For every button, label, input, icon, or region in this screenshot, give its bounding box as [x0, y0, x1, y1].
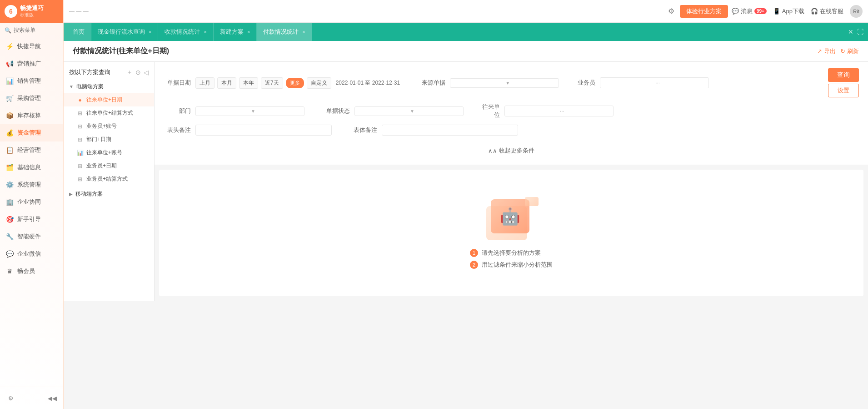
date-filter-controls: 上月 本月 本年 近7天 更多 自定义 2022-01-01 至 2022-12… [195, 77, 400, 89]
filter-row-2: 部门 ▼ 单据状态 ▼ 往来单位 ··· [164, 103, 859, 119]
member-icon: ♛ [5, 267, 14, 275]
marketing-icon: 📢 [5, 60, 14, 68]
empty-illustration-accent [525, 197, 539, 206]
sidebar-item-member[interactable]: ♛ 畅会员 [0, 263, 63, 280]
tab-receipt-stats[interactable]: 收款情况统计 × [158, 23, 213, 41]
empty-tips: 1 请先选择要分析的方案 2 用过滤条件来缩小分析范围 [470, 249, 553, 269]
tab-payment-stats[interactable]: 付款情况统计 × [257, 23, 312, 41]
body-note-input[interactable] [382, 125, 518, 136]
sidebar-item-weixin[interactable]: 💬 企业微信 [0, 245, 63, 263]
tab-payment-stats-close[interactable]: × [302, 29, 305, 35]
dept-select[interactable]: ▼ [195, 106, 304, 116]
scheme-item-partner-settle[interactable]: ⊞ 往来单位+结算方式 [64, 106, 154, 120]
tab-bank-flow-close[interactable]: × [149, 29, 151, 35]
add-scheme-button[interactable]: ＋ [126, 68, 133, 76]
messages-button[interactable]: 💬 消息 99+ [732, 7, 767, 15]
tab-new-scheme-label: 新建方案 [220, 28, 244, 36]
app-download-button[interactable]: 📱 App下载 [773, 7, 804, 15]
sidebar-nav: ⚡ 快捷导航 📢 营销推广 📊 销售管理 🛒 采购管理 📦 库存核算 💰 资金管… [0, 38, 63, 387]
scheme-settings-button[interactable]: ⊙ [135, 69, 141, 76]
sidebar-item-label: 企业协同 [17, 198, 41, 206]
query-button[interactable]: 查询 [828, 68, 859, 82]
this-year-btn[interactable]: 本年 [239, 77, 258, 89]
dept-filter-label: 部门 [164, 107, 191, 115]
refresh-icon: ↻ [840, 48, 845, 55]
sidebar-item-hardware[interactable]: 🔧 智能硬件 [0, 228, 63, 245]
status-select[interactable]: ▼ [354, 106, 464, 116]
refresh-label: 刷新 [847, 47, 859, 56]
app-subtitle: 标准版 [20, 12, 44, 18]
close-all-tabs-button[interactable]: ✕ [848, 28, 853, 35]
expand-tabs-button[interactable]: ⛶ [857, 28, 863, 35]
sidebar-item-enterprise[interactable]: 🏢 企业协同 [0, 193, 63, 211]
header-note-input[interactable] [195, 125, 332, 136]
sidebar-item-quick-nav[interactable]: ⚡ 快捷导航 [0, 38, 63, 55]
settings-button[interactable]: 设置 [828, 84, 859, 97]
custom-date-btn[interactable]: 自定义 [307, 77, 331, 89]
main-area: — — — ⚙ 体验行业方案 💬 消息 99+ 📱 App下载 🎧 在线客服 R… [64, 0, 868, 409]
sidebar-collapse-button[interactable]: ◀◀ [46, 392, 59, 404]
user-avatar[interactable]: Rit [850, 5, 863, 18]
scheme-item-label: 业务员+账号 [86, 122, 117, 130]
sidebar-item-basic[interactable]: 🗂️ 基础信息 [0, 159, 63, 176]
filter-row-3: 表头备注 表体备注 [164, 125, 859, 136]
scheme-item-staff-settle[interactable]: ⊞ 业务员+结算方式 [64, 172, 154, 186]
collapse-panel-button[interactable]: ◁ [144, 69, 149, 76]
online-service-button[interactable]: 🎧 在线客服 [811, 7, 843, 15]
scheme-chart-icon: 📊 [76, 149, 84, 157]
scheme-icon: ⊞ [76, 110, 84, 117]
desktop-schemes-group: ▼ 电脑端方案 ● 往来单位+日期 ⊞ 往来单位+结算方式 ⊞ 业务员+账号 [64, 80, 154, 186]
service-icon: 🎧 [811, 8, 818, 15]
scheme-item-partner-date[interactable]: ● 往来单位+日期 [64, 93, 154, 106]
mobile-schemes-header[interactable]: ▶ 移动端方案 [64, 187, 154, 201]
page-title: 付款情况统计(往来单位+日期) [73, 46, 169, 56]
sidebar-item-purchase[interactable]: 🛒 采购管理 [0, 90, 63, 107]
last-7-days-btn[interactable]: 近7天 [261, 77, 283, 89]
staff-select[interactable]: ··· [600, 77, 709, 88]
sidebar-item-stock[interactable]: 📦 库存核算 [0, 107, 63, 124]
expand-triangle-mobile-icon: ▶ [69, 192, 73, 197]
mobile-group-label: 移动端方案 [75, 190, 103, 198]
scheme-item-dept-date[interactable]: ⊞ 部门+日期 [64, 133, 154, 146]
search-menu-item[interactable]: 🔍 搜索菜单 [0, 23, 63, 38]
scheme-icon: ⊞ [76, 162, 84, 170]
more-dates-btn[interactable]: 更多 [286, 78, 304, 88]
sidebar-item-capital[interactable]: 💰 资金管理 [0, 124, 63, 141]
topbar-settings-icon[interactable]: ⚙ [668, 7, 674, 15]
sidebar-item-system[interactable]: ⚙️ 系统管理 [0, 176, 63, 193]
status-filter-label: 单据状态 [323, 107, 350, 115]
sidebar-item-sales[interactable]: 📊 销售管理 [0, 72, 63, 90]
tab-home[interactable]: 首页 [64, 23, 91, 41]
this-month-btn[interactable]: 本月 [217, 77, 236, 89]
sidebar-item-operations[interactable]: 📋 经营管理 [0, 141, 63, 159]
sidebar-item-label: 系统管理 [17, 181, 41, 189]
partner-select[interactable]: ··· [504, 106, 614, 116]
sidebar-item-guide[interactable]: 🎯 新手引导 [0, 211, 63, 228]
tab-new-scheme-close[interactable]: × [247, 29, 250, 35]
active-scheme-icon: ● [76, 96, 84, 104]
last-month-btn[interactable]: 上月 [195, 77, 215, 89]
messages-badge: 99+ [754, 8, 767, 14]
body-note-label: 表体备注 [350, 126, 377, 134]
header-note-label: 表头备注 [164, 126, 191, 134]
tab-receipt-stats-close[interactable]: × [204, 29, 206, 35]
app-download-icon: 📱 [773, 8, 780, 15]
sidebar-settings-button[interactable]: ⚙ [5, 392, 17, 404]
tab-payment-stats-label: 付款情况统计 [263, 28, 299, 36]
staff-filter-label: 业务员 [573, 79, 595, 87]
scheme-item-staff-account[interactable]: ⊞ 业务员+账号 [64, 120, 154, 133]
refresh-button[interactable]: ↻ 刷新 [840, 47, 859, 56]
tab-new-scheme[interactable]: 新建方案 × [214, 23, 257, 41]
industry-scheme-button[interactable]: 体验行业方案 [680, 5, 728, 18]
page-header: 付款情况统计(往来单位+日期) ↗ 导出 ↻ 刷新 [64, 41, 868, 62]
source-select[interactable]: ▼ [450, 78, 559, 88]
empty-tip-1-text: 请先选择要分析的方案 [482, 249, 541, 257]
sidebar-item-marketing[interactable]: 📢 营销推广 [0, 55, 63, 72]
collapse-conditions-button[interactable]: ∧∧ 收起更多条件 [484, 145, 539, 157]
scheme-item-label: 业务员+日期 [86, 162, 117, 170]
desktop-schemes-header[interactable]: ▼ 电脑端方案 [64, 80, 154, 93]
tab-bank-flow[interactable]: 现金银行流水查询 × [91, 23, 158, 41]
scheme-item-staff-date[interactable]: ⊞ 业务员+日期 [64, 159, 154, 172]
export-button[interactable]: ↗ 导出 [817, 47, 836, 56]
scheme-item-partner-account[interactable]: 📊 往来单位+账号 [64, 146, 154, 159]
